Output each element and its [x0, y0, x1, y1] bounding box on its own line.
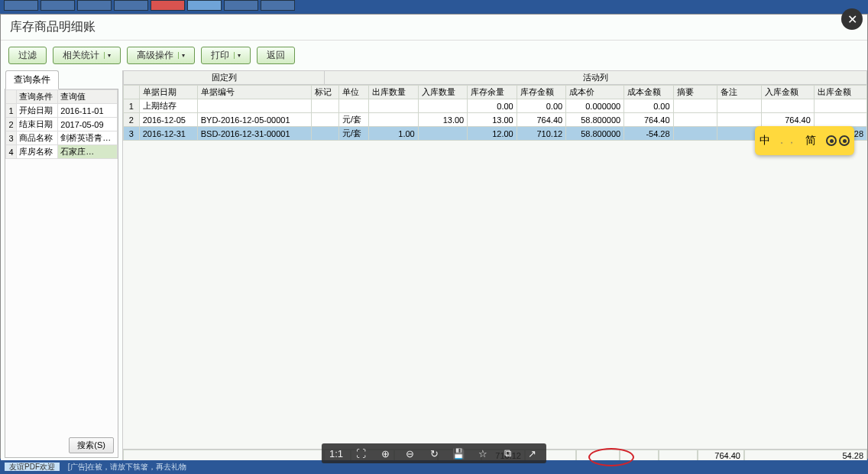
close-icon: ✕ [847, 12, 857, 27]
ime-floating-widget[interactable]: 中 。， 简 [755, 126, 854, 155]
sidebar-tab[interactable]: 查询条件 [5, 70, 59, 89]
table-row[interactable]: 2 2016-12-05 BYD-2016-12-05-00001 元/套 13… [124, 113, 867, 127]
favorite-icon[interactable]: ☆ [476, 446, 490, 460]
cond-row[interactable]: 1 开始日期 2016-11-01 [6, 104, 118, 118]
dropdown-icon: ▾ [178, 52, 185, 59]
cond-row[interactable]: 4 库房名称 石家庄… [6, 145, 118, 159]
image-viewer-toolbar[interactable]: 1:1 ⛶ ⊕ ⊖ ↻ 💾 ☆ ⧉ ↗ [322, 443, 546, 463]
rotate-icon[interactable]: ↻ [427, 446, 441, 460]
pdf-app-button[interactable]: 友谊PDF欢迎 [5, 463, 60, 471]
col-cond: 查询条件 [17, 90, 58, 104]
sidebar: 查询条件 查询条件 查询值 1 开始日期 2016-11-01 [1, 70, 123, 462]
toolbar: 过滤 相关统计▾ 高级操作▾ 打印▾ 返回 [1, 41, 867, 70]
return-button[interactable]: 返回 [257, 47, 295, 64]
minion-eyes-icon [826, 135, 850, 146]
ime-mode: 简 [805, 134, 816, 148]
fullscreen-icon[interactable]: ⛶ [354, 446, 368, 460]
share-icon[interactable]: ↗ [525, 446, 539, 460]
col-val: 查询值 [58, 90, 118, 104]
ime-lang: 中 [760, 134, 770, 148]
filter-button[interactable]: 过滤 [8, 47, 47, 64]
cond-row[interactable]: 2 结束日期 2017-05-09 [6, 118, 118, 131]
os-taskbar-top [0, 0, 868, 14]
zoom-in-icon[interactable]: ⊕ [378, 446, 392, 460]
query-conditions-grid: 查询条件 查询值 1 开始日期 2016-11-01 2 结束日期 2017-0… [5, 89, 118, 159]
print-button[interactable]: 打印▾ [201, 47, 251, 64]
app-window: ✕ 库存商品明细账 过滤 相关统计▾ 高级操作▾ 打印▾ 返回 查询条件 查询条… [0, 14, 868, 459]
zoom-ratio: 1:1 [329, 448, 343, 459]
copy-icon[interactable]: ⧉ [500, 446, 514, 460]
window-title: 库存商品明细账 [1, 15, 867, 41]
search-button[interactable]: 搜索(S) [69, 437, 114, 453]
dropdown-icon: ▾ [234, 52, 241, 59]
dropdown-icon: ▾ [104, 52, 111, 59]
zoom-out-icon[interactable]: ⊖ [403, 446, 416, 460]
close-button[interactable]: ✕ [841, 8, 863, 30]
cond-row[interactable]: 3 商品名称 剑桥英语青… [6, 131, 118, 145]
col-group-fixed: 固定列 [123, 70, 324, 85]
save-icon[interactable]: 💾 [452, 446, 465, 460]
advanced-button[interactable]: 高级操作▾ [127, 47, 195, 64]
col-group-active: 活动列 [324, 70, 867, 85]
table-row[interactable]: 1 上期结存 0.00 0.00 0.000000 0.00 [124, 99, 867, 113]
ime-punct: 。， [780, 135, 795, 146]
stats-button[interactable]: 相关统计▾ [53, 47, 121, 64]
